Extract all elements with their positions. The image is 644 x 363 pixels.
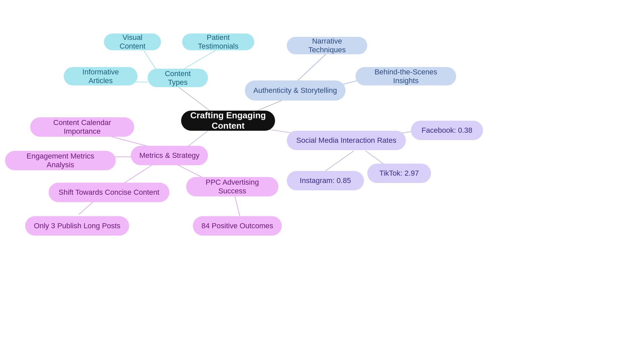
visual-content-node: Visual Content <box>104 34 161 50</box>
svg-line-14 <box>235 196 240 216</box>
only-3-publish-node: Only 3 Publish Long Posts <box>25 216 129 236</box>
center-node: Crafting Engaging Content <box>181 111 275 131</box>
authenticity-node: Authenticity & Storytelling <box>245 80 345 101</box>
instagram-node: Instagram: 0.85 <box>287 171 364 190</box>
ppc-advertising-node: PPC Advertising Success <box>186 177 278 196</box>
shift-concise-node: Shift Towards Concise Content <box>49 183 169 202</box>
facebook-node: Facebook: 0.38 <box>411 121 483 140</box>
positive-outcomes-node: 84 Positive Outcomes <box>193 216 282 236</box>
social-media-node: Social Media Interaction Rates <box>287 131 406 150</box>
svg-line-13 <box>79 201 94 215</box>
svg-line-7 <box>293 50 330 84</box>
content-types-node: Content Types <box>148 69 208 87</box>
narrative-techniques-node: Narrative Techniques <box>287 37 367 54</box>
metrics-strategy-node: Metrics & Strategy <box>131 146 208 165</box>
patient-testimonials-node: Patient Testimonials <box>182 34 254 50</box>
content-calendar-node: Content Calendar Importance <box>30 117 134 137</box>
informative-articles-node: Informative Articles <box>64 67 138 85</box>
tiktok-node: TikTok: 2.97 <box>367 164 431 183</box>
svg-line-17 <box>366 151 384 164</box>
svg-line-16 <box>325 151 354 171</box>
engagement-metrics-node: Engagement Metrics Analysis <box>5 151 116 170</box>
behind-scenes-node: Behind-the-Scenes Insights <box>356 67 456 85</box>
